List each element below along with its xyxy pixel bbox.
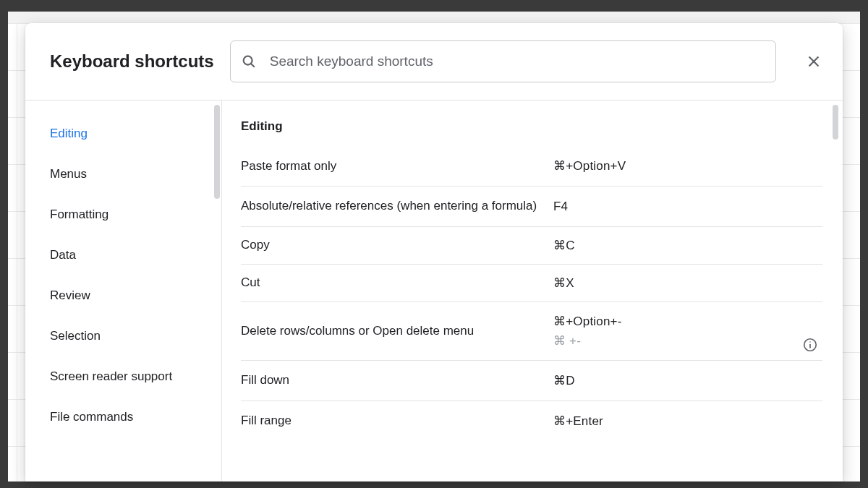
dialog-header: Keyboard shortcuts [25,23,843,100]
shortcut-action: Cut [241,275,553,291]
sidebar-item-label: Selection [50,329,101,343]
sidebar-item-label: Review [50,288,90,302]
shortcut-row: Delete rows/columns or Open delete menu … [241,302,822,361]
shortcut-action: Absolute/relative references (when enter… [241,198,553,215]
sidebar-item-label: File commands [50,410,133,424]
search-field-wrap[interactable] [230,40,776,82]
svg-point-0 [243,56,252,64]
sidebar-item-formatting[interactable]: Formatting [25,194,221,235]
sidebar-item-label: Data [50,248,76,262]
close-button[interactable] [799,47,828,76]
sidebar-item-label: Menus [50,167,87,181]
sidebar-item-label: Formatting [50,207,109,221]
shortcut-keys: ⌘C [553,238,822,253]
sidebar-item-selection[interactable]: Selection [25,316,221,356]
shortcut-action: Delete rows/columns or Open delete menu [241,323,553,340]
sidebar-scrollbar[interactable] [214,105,220,199]
sidebar-item-label: Editing [50,127,88,140]
shortcut-row: Copy ⌘C [241,227,822,265]
sidebar-item-menus[interactable]: Menus [25,154,221,194]
shortcut-keys: ⌘+Enter [553,414,822,429]
shortcut-row: Fill range ⌘+Enter [241,401,822,441]
dialog-title: Keyboard shortcuts [50,51,214,72]
close-icon [806,53,822,69]
shortcut-keys: ⌘+Option+- [553,314,622,329]
category-sidebar: Editing Menus Formatting Data Review Sel… [25,100,222,481]
svg-line-1 [251,63,255,67]
keyboard-shortcuts-dialog: Keyboard shortcuts Editing Menus [25,23,843,481]
shortcut-action: Paste format only [241,158,553,175]
info-icon[interactable] [802,337,818,353]
sidebar-item-label: Screen reader support [50,369,172,383]
svg-point-6 [809,341,811,343]
shortcut-action: Copy [241,237,553,254]
shortcut-row: Fill down ⌘D [241,361,822,401]
sidebar-item-editing[interactable]: Editing [25,114,221,154]
search-icon [241,53,257,69]
shortcut-row: Absolute/relative references (when enter… [241,187,822,227]
shortcut-row: Cut ⌘X [241,265,822,302]
content-scrollbar[interactable] [833,105,838,140]
shortcut-keys: ⌘+Option+V [553,158,822,174]
shortcut-action: Fill down [241,372,553,389]
sidebar-item-data[interactable]: Data [25,235,221,275]
shortcut-action: Fill range [241,413,553,429]
shortcut-keys: F4 [553,200,822,214]
shortcut-keys: ⌘X [553,275,822,291]
sidebar-item-review[interactable]: Review [25,275,221,316]
shortcut-row: Paste format only ⌘+Option+V [241,147,822,187]
sidebar-item-screen-reader-support[interactable]: Screen reader support [25,356,221,397]
section-title: Editing [241,119,822,134]
search-input[interactable] [270,53,765,69]
sidebar-item-file-commands[interactable]: File commands [25,397,221,437]
shortcut-keys: ⌘D [553,373,822,388]
shortcut-keys-alt: ⌘ +- [553,333,622,348]
shortcuts-content: Editing Paste format only ⌘+Option+V Abs… [222,100,843,481]
